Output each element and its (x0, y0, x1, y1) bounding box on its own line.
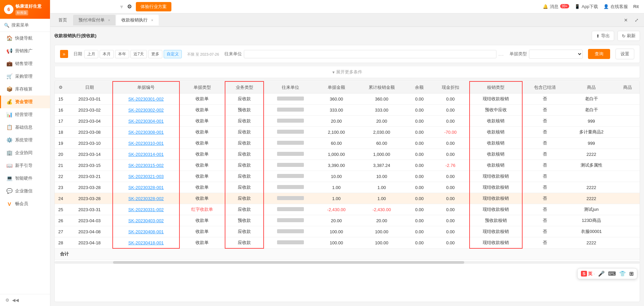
sidebar-item-guide[interactable]: 📖 新手引导 (0, 159, 50, 172)
row-bill-no[interactable]: SK-20230310-001 (113, 138, 179, 149)
row-partner (264, 127, 317, 138)
sidebar-item-marketing[interactable]: 📢 营销推广 (0, 45, 50, 57)
sidebar-bottom[interactable]: ⚙ ◀◀ (0, 294, 50, 306)
row-bill-no[interactable]: SK-20230321-003 (113, 171, 179, 182)
row-bill-no[interactable]: SK-20230315-002 (113, 160, 179, 171)
sidebar-item-hardware[interactable]: 💻 智能硬件 (0, 172, 50, 185)
date-btn-last-month[interactable]: 上月 (84, 50, 98, 58)
date-btn-this-month[interactable]: 本月 (100, 50, 114, 58)
row-bill-no[interactable]: SK-20230331-002 (113, 204, 179, 215)
chevron-down-icon: ▾ (120, 3, 123, 10)
refresh-icon: ↻ (622, 34, 626, 39)
row-bill-no[interactable]: SK-20230328-002 (113, 193, 179, 204)
sidebar-item-sales[interactable]: 💼 销售管理 (0, 57, 50, 70)
row-written: 333.00 (356, 105, 407, 116)
row-date: 2023-04-03 (67, 215, 113, 226)
row-bill-type: 收款单 (179, 94, 225, 105)
table-scrollbar[interactable] (55, 261, 640, 264)
row-product2 (615, 215, 640, 226)
tab-collection-close[interactable]: × (151, 18, 153, 22)
row-amount: 1,000.00 (317, 149, 356, 160)
industry-solution-button[interactable]: 体验行业方案 (136, 2, 171, 11)
sidebar-item-wechat[interactable]: 💬 企业微信 (0, 185, 50, 197)
date-btn-7days[interactable]: 近7天 (130, 50, 147, 58)
sidebar-item-finance[interactable]: 💰 资金管理 (0, 96, 50, 108)
wechat-icon: 💬 (6, 188, 12, 194)
refresh-button[interactable]: ↻ 刷新 (618, 31, 640, 41)
row-bill-no[interactable]: SK-20230301-002 (113, 94, 179, 105)
row-no: 27 (55, 226, 67, 237)
partner-input[interactable] (244, 50, 496, 58)
tab-prepay-close[interactable]: × (108, 18, 110, 22)
tab-collection[interactable]: 收款核销执行 × (116, 15, 158, 25)
gear-icon[interactable]: ⚙ (127, 3, 132, 10)
row-written: 1.00 (356, 193, 407, 204)
date-range-text: 不限 至 2023-07-26 (187, 51, 219, 57)
row-discount: 0.00 (431, 204, 470, 215)
sidebar-item-basic[interactable]: 📋 基础信息 (0, 121, 50, 134)
sidebar-item-member[interactable]: V 畅会员 (0, 197, 50, 210)
query-button[interactable]: 查询 (588, 49, 610, 59)
row-written: 3,387.24 (356, 160, 407, 171)
search-menu-item[interactable]: 🔍 搜索菜单 (0, 19, 50, 32)
tabbar: 首页 预付冲应付单 × 收款核销执行 × ✕ ⤢ (50, 13, 644, 27)
online-service-group[interactable]: 👤 在线客服 (603, 4, 628, 10)
row-bill-type: 收款单 (179, 127, 225, 138)
user-name[interactable]: Rit (633, 4, 639, 9)
row-amount: 100.00 (317, 237, 356, 249)
voucher-type-select[interactable] (529, 50, 583, 59)
table-row: 21 2023-03-15 SK-20230315-002 收款单 应收款 3,… (55, 160, 640, 171)
expand-more-button[interactable]: ▾ 展开更多条件 (56, 68, 638, 76)
tab-prepay[interactable]: 预付冲应付单 × (73, 15, 115, 25)
row-bill-no[interactable]: SK-20230302-002 (113, 105, 179, 116)
row-bill-no[interactable]: SK-20230403-002 (113, 215, 179, 226)
col-settings-icon[interactable]: ⚙ (55, 81, 67, 94)
date-btn-custom[interactable]: 自定义 (164, 50, 182, 58)
row-wtype: 现结收款核销 (470, 204, 522, 215)
notice-group[interactable]: 🔔 消息 99+ (543, 4, 569, 10)
date-btn-this-year[interactable]: 本年 (115, 50, 129, 58)
row-amount: 10.00 (317, 171, 356, 182)
tab-expand[interactable]: ⤢ (632, 15, 641, 25)
row-biz-type: 应收款 (225, 138, 264, 149)
row-balance: 0.00 (407, 215, 431, 226)
col-date: 日期 (67, 81, 113, 94)
microphone-icon[interactable]: 🎤 (598, 270, 605, 277)
grid-icon[interactable]: ⊞ (629, 270, 634, 277)
sidebar-item-shortcut[interactable]: 🏠 快捷导航 (0, 32, 50, 45)
filter-dots: ... (498, 52, 504, 57)
table-row: 25 2023-03-31 SK-20230331-002 红字收款单 应收款 … (55, 204, 640, 215)
row-product: 2222 (567, 237, 615, 249)
row-bill-no[interactable]: SK-20230304-001 (113, 116, 179, 127)
row-bill-type: 收款单 (179, 171, 225, 182)
export-button[interactable]: ⬆ 导出 (592, 31, 614, 41)
row-bill-no[interactable]: SK-20230308-001 (113, 127, 179, 138)
row-discount: 0.00 (431, 182, 470, 193)
row-bill-no[interactable]: SK-20230418-001 (113, 237, 179, 249)
sidebar-item-purchase[interactable]: 🛒 采购管理 (0, 70, 50, 83)
service-icon: 👤 (603, 4, 609, 9)
partner-label: 往来单位 (224, 51, 242, 57)
row-bill-no[interactable]: SK-20230328-001 (113, 182, 179, 193)
settings-button[interactable]: 设置 (615, 49, 634, 59)
date-btn-more[interactable]: 更多 (148, 50, 162, 58)
row-bill-no[interactable]: SK-20230314-001 (113, 149, 179, 160)
row-amount: 100.00 (317, 226, 356, 237)
sidebar-item-enterprise[interactable]: 🏢 企业协同 (0, 146, 50, 159)
sidebar-item-system[interactable]: ⚙️ 系统管理 (0, 134, 50, 146)
row-date: 2023-03-02 (67, 105, 113, 116)
row-wtype: 预收款核销 (470, 215, 522, 226)
row-biz-type: 预收款 (225, 105, 264, 116)
tab-home[interactable]: 首页 (53, 15, 72, 25)
keyboard-icon[interactable]: ⌨ (608, 270, 616, 277)
row-bill-no[interactable]: SK-20230408-001 (113, 226, 179, 237)
app-download-group[interactable]: 📱 App下载 (575, 4, 598, 10)
sidebar-item-operation[interactable]: 📊 经营管理 (0, 108, 50, 121)
partner-filter-group: 往来单位 ... (224, 50, 504, 58)
shirt-icon[interactable]: 👕 (619, 270, 626, 277)
filter-toggle-button[interactable]: » (60, 50, 68, 58)
tab-close-all[interactable]: ✕ (621, 15, 631, 25)
row-written: 100.00 (356, 237, 407, 249)
row-discount: 0.00 (431, 105, 470, 116)
sidebar-item-inventory[interactable]: 📦 库存核算 (0, 83, 50, 96)
